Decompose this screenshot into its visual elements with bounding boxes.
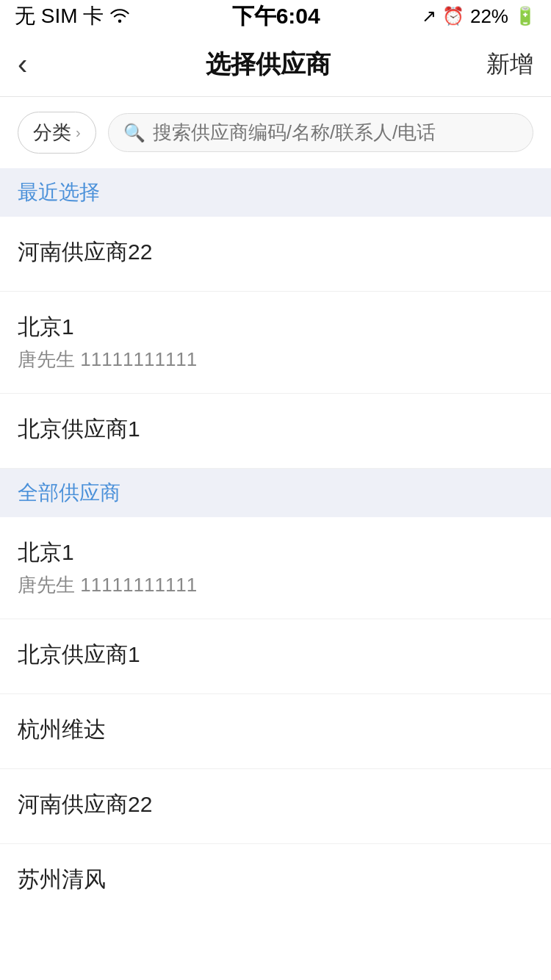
item-name: 河南供应商22 (18, 237, 533, 267)
location-icon: ↗ (422, 6, 436, 26)
battery-icon: 🔋 (514, 6, 536, 26)
recent-section-header: 最近选择 (0, 168, 551, 217)
list-item[interactable]: 河南供应商22 (0, 769, 551, 844)
battery-text: 22% (470, 5, 508, 28)
status-right: ↗ ⏰ 22% 🔋 (422, 5, 536, 28)
page-title: 选择供应商 (206, 48, 331, 82)
item-name: 北京供应商1 (18, 414, 533, 444)
status-time: 下午6:04 (232, 1, 320, 32)
back-button[interactable]: ‹ (18, 48, 62, 81)
status-left: 无 SIM 卡 (15, 2, 130, 30)
category-label: 分类 (33, 120, 71, 145)
category-button[interactable]: 分类 › (18, 112, 96, 154)
nav-bar: ‹ 选择供应商 新增 (0, 32, 551, 97)
search-input[interactable] (153, 121, 518, 144)
list-item[interactable]: 杭州维达 (0, 694, 551, 769)
all-section-header: 全部供应商 (0, 469, 551, 517)
list-item[interactable]: 北京供应商1 (0, 394, 551, 469)
chevron-right-icon: › (76, 124, 81, 141)
add-button[interactable]: 新增 (475, 48, 533, 81)
item-name: 苏州清风 (18, 865, 533, 895)
alarm-icon: ⏰ (442, 6, 464, 26)
list-item[interactable]: 苏州清风 (0, 844, 551, 918)
item-name: 河南供应商22 (18, 790, 533, 820)
item-name: 杭州维达 (18, 715, 533, 745)
status-bar: 无 SIM 卡 下午6:04 ↗ ⏰ 22% 🔋 (0, 0, 551, 32)
search-bar[interactable]: 🔍 (108, 113, 533, 152)
list-item[interactable]: 北京1 唐先生 11111111111 (0, 292, 551, 394)
item-sub: 唐先生 11111111111 (18, 572, 533, 598)
list-item[interactable]: 北京1 唐先生 11111111111 (0, 517, 551, 619)
carrier-text: 无 SIM 卡 (15, 2, 104, 30)
recent-list: 河南供应商22 北京1 唐先生 11111111111 北京供应商1 (0, 217, 551, 469)
item-name: 北京1 (18, 538, 533, 568)
list-item[interactable]: 河南供应商22 (0, 217, 551, 292)
wifi-icon (109, 4, 130, 28)
filter-bar: 分类 › 🔍 (0, 97, 551, 168)
item-sub: 唐先生 11111111111 (18, 347, 533, 372)
item-name: 北京1 (18, 312, 533, 342)
search-icon: 🔍 (123, 123, 145, 143)
list-item[interactable]: 北京供应商1 (0, 619, 551, 694)
item-name: 北京供应商1 (18, 640, 533, 670)
all-list: 北京1 唐先生 11111111111 北京供应商1 杭州维达 河南供应商22 … (0, 517, 551, 918)
